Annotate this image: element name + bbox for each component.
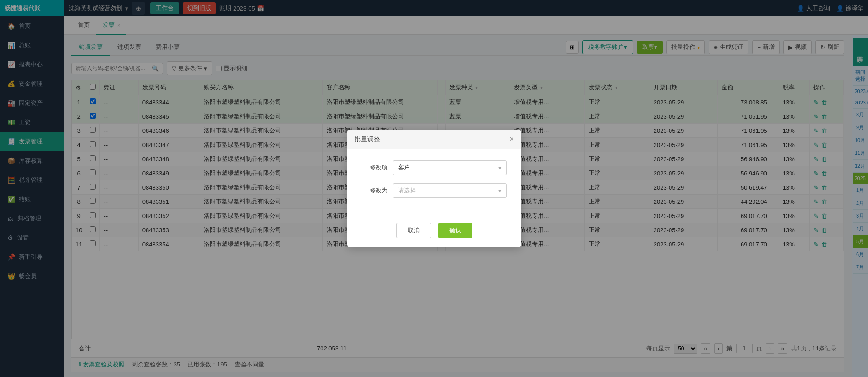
modal-close-btn[interactable]: × bbox=[509, 135, 513, 143]
modify-item-select[interactable]: 客户 ▾ bbox=[393, 160, 507, 175]
modify-to-select[interactable]: 请选择 ▾ bbox=[393, 183, 507, 198]
batch-adjust-modal: 批量调整 × 修改项 客户 ▾ 修改为 请选择 ▾ 取消 bbox=[347, 130, 521, 247]
modal-body: 修改项 客户 ▾ 修改为 请选择 ▾ bbox=[347, 149, 521, 217]
modal-header: 批量调整 × bbox=[347, 130, 521, 149]
modal-confirm-btn[interactable]: 确认 bbox=[438, 223, 472, 238]
modal-field-modify-item: 修改项 客户 ▾ bbox=[362, 160, 507, 175]
modify-item-label: 修改项 bbox=[362, 164, 388, 172]
modal-title: 批量调整 bbox=[355, 135, 380, 143]
modify-to-label: 修改为 bbox=[362, 186, 388, 195]
modal-footer: 取消 确认 bbox=[347, 217, 521, 247]
modify-to-arrow-icon: ▾ bbox=[498, 187, 502, 194]
modal-overlay[interactable]: 批量调整 × 修改项 客户 ▾ 修改为 请选择 ▾ 取消 bbox=[0, 0, 868, 377]
modal-cancel-btn[interactable]: 取消 bbox=[396, 223, 431, 238]
modal-field-modify-to: 修改为 请选择 ▾ bbox=[362, 183, 507, 198]
modify-item-arrow-icon: ▾ bbox=[498, 164, 502, 171]
